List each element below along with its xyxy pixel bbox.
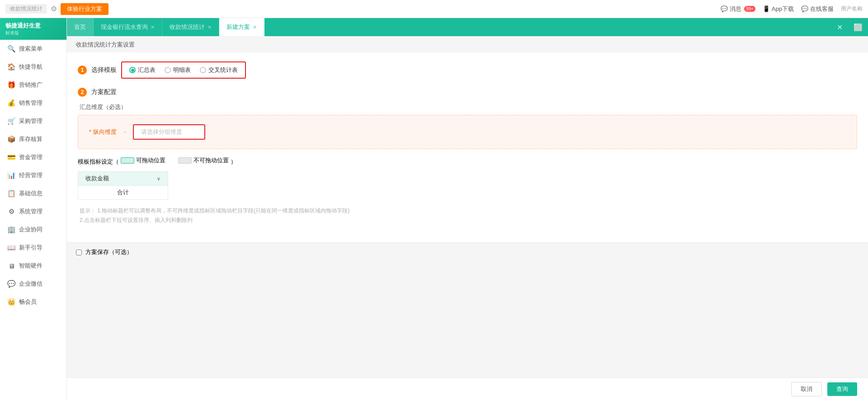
gear-icon[interactable]: ⚙ (51, 5, 57, 13)
system-icon: ⚙ (7, 207, 15, 216)
radio-summary[interactable] (129, 67, 136, 73)
dim-row: * 纵向维度 → 请选择分组维度 (89, 124, 846, 140)
sidebar-item-basic-info[interactable]: 📋 基础信息 (0, 184, 66, 202)
indicator-sum-cell: 合计 (78, 186, 168, 199)
chevron-down-icon[interactable]: ∨ (157, 176, 160, 182)
step2-title: 方案配置 (91, 88, 117, 96)
sidebar-item-enterprise[interactable]: 🏢 企业协同 (0, 221, 66, 239)
template-option-detail[interactable]: 明细表 (165, 66, 191, 74)
step2-section: 2 方案配置 汇总维度（必选） * 纵向维度 → 请选择分组维度 (78, 88, 857, 224)
sidebar-item-sales[interactable]: 💰 销售管理 (0, 94, 66, 112)
dim-arrow: → (122, 129, 127, 135)
dim-area: * 纵向维度 → 请选择分组维度 (78, 115, 857, 149)
radio-cross[interactable] (200, 67, 206, 73)
template-select-box: 汇总表 明细表 交叉统计表 (121, 61, 246, 79)
step1-header: 1 选择模板 汇总表 明细表 (78, 61, 857, 79)
wechat-icon: 💬 (7, 280, 15, 288)
step1-section: 1 选择模板 汇总表 明细表 (78, 61, 857, 79)
close-tab-newplan-icon[interactable]: ✕ (253, 24, 257, 30)
user-info[interactable]: 用户名称 (841, 5, 863, 13)
sidebar-item-hardware[interactable]: 🖥 智能硬件 (0, 257, 66, 275)
home-icon: 🏠 (7, 63, 15, 71)
enterprise-icon: 🏢 (7, 226, 15, 234)
message-icon: 💬 (721, 5, 728, 12)
sidebar-item-search[interactable]: 🔍 搜索菜单 (0, 40, 66, 58)
chart-icon: 📊 (7, 171, 15, 179)
indicator-table: 收款金额 ∨ 合计 (78, 171, 168, 200)
indicator-label: 模板指标设定（ 可拖动位置 不可拖动位置 ） (78, 156, 236, 166)
footer-bar: 取消 查询 (67, 377, 868, 400)
message-badge: 99+ (744, 6, 755, 12)
sidebar-item-member[interactable]: 👑 畅会员 (0, 293, 66, 311)
sidebar-logo: 畅捷通好生意 标准版 (0, 18, 66, 40)
step2-header: 2 方案配置 (78, 88, 857, 97)
save-checkbox[interactable] (76, 249, 82, 255)
trial-button[interactable]: 体验行业方案 (61, 3, 108, 15)
step1-number: 1 (78, 66, 87, 75)
search-icon: 🔍 (7, 45, 15, 53)
gift-icon: 🎁 (7, 81, 15, 89)
tab-receipt-stats[interactable]: 收款情况统计 ✕ (162, 18, 219, 36)
hardware-icon: 🖥 (7, 262, 15, 270)
tabs-bar: 首页 现金银行流水查询 ✕ 收款情况统计 ✕ 新建方案 ✕ ✕ ⬜ (67, 18, 868, 36)
logo-tag: 标准版 (5, 30, 41, 36)
message-item[interactable]: 💬 消息 99+ (721, 5, 755, 13)
dim-config-label: 汇总维度（必选） (80, 103, 857, 111)
close-tab-cashflow-icon[interactable]: ✕ (151, 24, 155, 30)
app-icon: 📱 (763, 5, 770, 12)
service-icon: 💬 (801, 5, 808, 12)
step2-number: 2 (78, 88, 87, 97)
main-card: 1 选择模板 汇总表 明细表 (67, 52, 868, 242)
tab-cashflow[interactable]: 现金银行流水查询 ✕ (94, 18, 162, 36)
header-left: 收款情况统计 ⚙ 体验行业方案 (5, 3, 108, 15)
sidebar-item-system[interactable]: ⚙ 系统管理 (0, 202, 66, 221)
legend-draggable: 可拖动位置 (121, 156, 165, 165)
tab-home[interactable]: 首页 (67, 18, 94, 36)
tab-window-maximize[interactable]: ⬜ (848, 23, 868, 32)
query-button[interactable]: 查询 (827, 382, 857, 396)
member-icon: 👑 (7, 298, 15, 306)
tips-section: 提示： 1.拖动标题栏可以调整布局，不可跨维度或指标区域拖动栏目字段(只能在同一… (78, 207, 857, 224)
sidebar-item-guide[interactable]: 📖 新手引导 (0, 239, 66, 257)
guide-icon: 📖 (7, 244, 15, 252)
tab-new-plan[interactable]: 新建方案 ✕ (219, 18, 264, 36)
dim-select-dropdown[interactable]: 请选择分组维度 (133, 124, 205, 140)
sidebar-item-inventory[interactable]: 📦 库存核算 (0, 130, 66, 148)
template-option-cross[interactable]: 交叉统计表 (200, 66, 238, 74)
sidebar-item-purchase[interactable]: 🛒 采购管理 (0, 112, 66, 130)
save-option-label: 方案保存（可选） (85, 248, 132, 256)
app-download-item[interactable]: 📱 App下载 (763, 5, 794, 13)
page-title: 收款情况统计方案设置 (76, 41, 135, 48)
legend-fixed: 不可拖动位置 (178, 156, 229, 165)
sidebar-item-management[interactable]: 📊 经营管理 (0, 166, 66, 184)
cart-icon: 🛒 (7, 117, 15, 125)
step1-title: 选择模板 (91, 66, 117, 74)
info-icon: 📋 (7, 189, 15, 198)
tip-1: 提示： 1.拖动标题栏可以调整布局，不可跨维度或指标区域拖动栏目字段(只能在同一… (80, 207, 857, 215)
sidebar-item-nav[interactable]: 🏠 快捷导航 (0, 58, 66, 76)
cancel-button[interactable]: 取消 (791, 382, 822, 396)
indicator-title-row: 模板指标设定（ 可拖动位置 不可拖动位置 ） (78, 156, 857, 166)
header-right: 💬 消息 99+ 📱 App下载 💬 在线客服 用户名称 (721, 5, 863, 13)
logo-text: 畅捷通好生意 (5, 22, 41, 30)
tab-window-close[interactable]: ✕ (831, 23, 848, 32)
save-option-bar: 方案保存（可选） (67, 242, 868, 262)
inventory-icon: 📦 (7, 135, 15, 143)
legend-draggable-box (121, 157, 134, 164)
radio-detail[interactable] (165, 67, 171, 73)
sidebar-item-marketing[interactable]: 🎁 营销推广 (0, 76, 66, 94)
indicator-section: 模板指标设定（ 可拖动位置 不可拖动位置 ） (78, 156, 857, 200)
template-option-summary[interactable]: 汇总表 (129, 66, 156, 74)
sidebar-item-wechat[interactable]: 💬 企业微信 (0, 275, 66, 293)
online-service-item[interactable]: 💬 在线客服 (801, 5, 834, 13)
header-breadcrumb: 收款情况统计 (5, 4, 47, 14)
legend-fixed-box (178, 157, 192, 164)
main-content: 收款情况统计方案设置 1 选择模板 汇总表 (67, 36, 868, 377)
sidebar-item-finance[interactable]: 💳 资金管理 (0, 148, 66, 166)
app-header: 收款情况统计 ⚙ 体验行业方案 💬 消息 99+ 📱 App下载 💬 在线客服 … (0, 0, 868, 18)
close-tab-receipt-icon[interactable]: ✕ (208, 24, 212, 30)
tip-2: 2.点击标题栏下拉可设置排序、插入列和删除列 (80, 216, 857, 224)
sidebar: 畅捷通好生意 标准版 🔍 搜索菜单 🏠 快捷导航 🎁 营销推广 💰 销售管理 🛒… (0, 18, 67, 400)
sales-icon: 💰 (7, 99, 15, 107)
finance-icon: 💳 (7, 153, 15, 161)
